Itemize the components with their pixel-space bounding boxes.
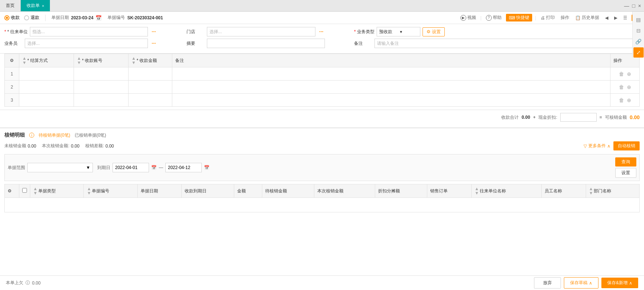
row2-remarks[interactable] <box>172 81 610 94</box>
tab-active[interactable]: 收款单 × <box>21 0 50 11</box>
shortcut-button[interactable]: ⌨ 快捷键 <box>506 14 532 21</box>
counterpart-input[interactable] <box>30 27 148 36</box>
auto-verify-button[interactable]: 自动核销 <box>613 141 640 150</box>
filter-actions: 查询 设置 <box>615 157 636 178</box>
range-field: 单据范围 ▼ <box>8 163 93 172</box>
row1-remarks[interactable] <box>172 67 610 81</box>
completed-invoices-tab[interactable]: 已核销单据(0笔) <box>75 132 106 138</box>
store-more-btn[interactable]: ··· <box>318 29 325 35</box>
sidebar-link-icon[interactable]: 🔗 <box>633 36 644 47</box>
tab-close-button[interactable]: × <box>42 4 44 8</box>
business-type-select[interactable]: 预收款 ▼ <box>377 27 420 36</box>
window-close-button[interactable]: × <box>638 3 641 9</box>
prev-nav-button[interactable]: ◀ <box>604 15 610 21</box>
running-total-info-icon[interactable]: ⓘ <box>25 280 30 286</box>
radio-refund[interactable]: 退款 <box>24 15 39 21</box>
operations-button[interactable]: 操作 <box>559 14 571 21</box>
radio-receipt-dot <box>4 15 9 20</box>
business-type-value: 预收款 <box>379 29 398 35</box>
counterpart-field: * * 往来单位 ··· <box>4 27 157 36</box>
sidebar-table-icon[interactable]: ▤ <box>633 15 644 25</box>
abandon-button[interactable]: 放弃 <box>534 277 561 289</box>
maximize-button[interactable]: □ <box>632 3 635 9</box>
counterpart-more-btn[interactable]: ··· <box>150 29 157 35</box>
row2-copy-button[interactable]: ⊕ <box>626 83 632 91</box>
table-row: 2 🗑 ⊕ <box>5 81 640 94</box>
net-label: 可核销金额 <box>605 114 627 121</box>
row1-amount[interactable] <box>129 67 172 81</box>
row3-remarks[interactable] <box>172 94 610 107</box>
row2-amount[interactable] <box>129 81 172 94</box>
sort-arrows: ▲▼ <box>589 187 593 195</box>
row1-delete-button[interactable]: 🗑 <box>618 70 625 78</box>
row1-copy-button[interactable]: ⊕ <box>626 70 632 78</box>
doc-type-header: ▲▼ 单据类型 <box>30 184 84 198</box>
tab-home[interactable]: 首页 <box>0 0 21 11</box>
due-date-field: 到期日 📅 — 📅 <box>97 163 209 172</box>
row1-account[interactable] <box>74 67 129 81</box>
save-draft-button[interactable]: 保存草稿 ∧ <box>564 277 598 289</box>
remarks-label: 备注 <box>354 40 372 47</box>
chevron-up-icon: ∧ <box>607 144 610 149</box>
select-all-checkbox[interactable] <box>22 188 27 193</box>
save-new-button[interactable]: 保存&新增 ∧ <box>601 278 638 288</box>
row3-settlement[interactable] <box>19 94 74 107</box>
more-conditions-button[interactable]: ▽ 更多条件 ∧ <box>584 143 610 149</box>
query-button[interactable]: 查询 <box>615 157 636 166</box>
date-separator: — <box>159 165 163 170</box>
sidebar-list-icon[interactable]: ⊟ <box>633 26 644 36</box>
summary-input[interactable] <box>207 39 325 48</box>
row2-account[interactable] <box>74 81 129 94</box>
row2-delete-button[interactable]: 🗑 <box>618 83 625 91</box>
history-button[interactable]: 📋 历史单据 <box>574 14 601 21</box>
gear-icon[interactable]: ⚙ <box>8 188 12 193</box>
calendar-to-icon[interactable]: 📅 <box>204 165 209 170</box>
radio-refund-dot <box>24 15 29 20</box>
verify-info-icon[interactable]: i <box>29 133 34 138</box>
date-from-input[interactable] <box>113 163 149 172</box>
minimize-button[interactable]: — <box>624 3 629 9</box>
calendar-from-icon[interactable]: 📅 <box>151 165 157 170</box>
history-icon: 📋 <box>575 15 581 20</box>
radio-receipt-label: 收款 <box>11 15 20 21</box>
sort-arrows-1: ▲▼ <box>22 56 27 65</box>
date-calendar-icon[interactable]: 📅 <box>95 15 102 21</box>
row3-delete-button[interactable]: 🗑 <box>618 97 625 104</box>
remarks-input[interactable] <box>374 39 640 48</box>
video-button[interactable]: ▶ 视频 <box>459 14 478 21</box>
discount-input[interactable] <box>560 113 597 122</box>
range-select[interactable]: ▼ <box>27 163 93 172</box>
form-row-1: * * 往来单位 ··· 门店 ··· * 业务类型 预收款 <box>4 27 640 36</box>
row3-copy-button[interactable]: ⊕ <box>626 97 632 104</box>
row3-amount[interactable] <box>129 94 172 107</box>
radio-receipt[interactable]: 收款 <box>4 15 20 21</box>
toolbar-right-actions: ▶ 视频 | ? 帮助 ⌨ 快捷键 | 🖨 打印 操作 📋 历史单据 <box>459 14 640 21</box>
verify-checkbox-header <box>19 184 30 198</box>
counterpart-label: * * 往来单位 <box>4 29 28 35</box>
row2-settlement[interactable] <box>19 81 74 94</box>
date-info: 单据日期 2023-03-24 📅 <box>51 15 102 21</box>
staff-field: 业务员 ··· <box>4 39 157 48</box>
date-to-input[interactable] <box>165 163 202 172</box>
row-num-1: 1 <box>5 67 19 81</box>
filter-settings-button[interactable]: 设置 <box>615 168 636 178</box>
layout-list-button[interactable]: ☰ <box>622 15 629 21</box>
staff-more-btn[interactable]: ··· <box>150 40 157 46</box>
help-button[interactable]: ? 帮助 <box>484 14 503 21</box>
gear-icon[interactable]: ⚙ <box>10 58 14 63</box>
pending-invoices-tab[interactable]: 待核销单据(0笔) <box>39 132 70 138</box>
row3-account[interactable] <box>74 94 129 107</box>
staff-input[interactable] <box>25 39 148 48</box>
summary-field: 摘要 <box>186 39 325 48</box>
print-button[interactable]: 🖨 打印 <box>539 14 556 21</box>
settings-button[interactable]: ⚙ 设置 <box>423 27 445 36</box>
sidebar-expand-icon[interactable]: ⤢ <box>633 47 644 58</box>
verify-right-actions: ▽ 更多条件 ∧ 自动核销 <box>584 141 640 150</box>
store-input[interactable] <box>207 27 315 36</box>
verification-table: ⚙ ▲▼ 单据类型 ▲▼ 单据编号 <box>4 184 640 212</box>
row1-settlement[interactable] <box>19 67 74 81</box>
date-label: 单据日期 <box>51 15 69 21</box>
next-nav-button[interactable]: ▶ <box>613 15 619 21</box>
pending-amount-header: 待核销金额 <box>262 184 314 198</box>
range-label: 单据范围 <box>8 165 25 171</box>
